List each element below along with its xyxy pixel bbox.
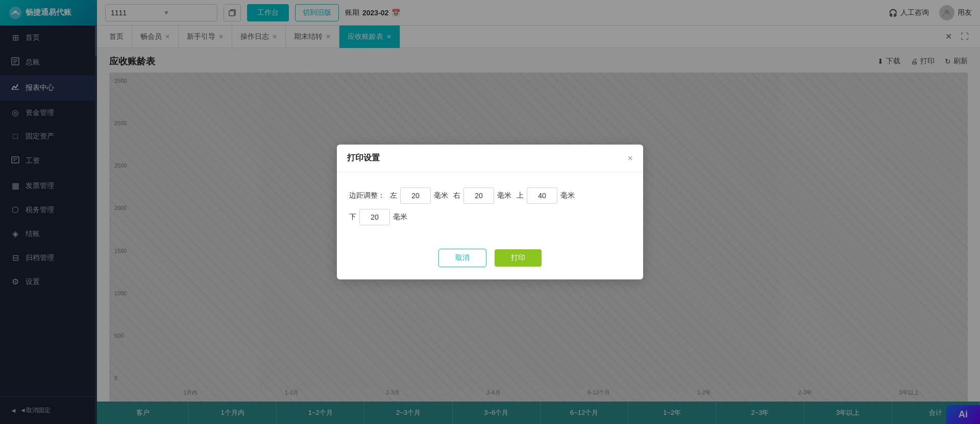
bottom-dir-label: 下 xyxy=(349,213,356,222)
modal-body: 边距调整： 左 毫米 右 毫米 上 毫米 下 xyxy=(337,172,643,241)
left-dir-label: 左 xyxy=(390,191,397,200)
bottom-unit: 毫米 xyxy=(393,213,407,222)
margin-label: 边距调整： xyxy=(349,191,385,200)
bottom-margin-input[interactable] xyxy=(359,209,390,225)
print-settings-dialog: 打印设置 × 边距调整： 左 毫米 右 毫米 上 毫米 xyxy=(337,145,643,279)
top-margin-input[interactable] xyxy=(527,187,557,204)
left-margin-input[interactable] xyxy=(400,187,431,204)
left-unit: 毫米 xyxy=(434,191,448,200)
left-margin-group: 左 毫米 xyxy=(390,187,448,204)
confirm-print-button[interactable]: 打印 xyxy=(495,249,542,267)
top-unit: 毫米 xyxy=(560,191,575,200)
cancel-button[interactable]: 取消 xyxy=(438,249,486,267)
modal-title: 打印设置 xyxy=(347,153,380,163)
right-dir-label: 右 xyxy=(453,191,460,200)
modal-close-button[interactable]: × xyxy=(627,154,633,163)
right-unit: 毫米 xyxy=(497,191,511,200)
top-margin-group: 上 毫米 xyxy=(517,187,575,204)
top-dir-label: 上 xyxy=(517,191,524,200)
modal-overlay: 打印设置 × 边距调整： 左 毫米 右 毫米 上 毫米 xyxy=(0,0,980,424)
bottom-margin-group: 下 毫米 xyxy=(349,209,407,225)
modal-header: 打印设置 × xyxy=(337,145,643,172)
right-margin-group: 右 毫米 xyxy=(453,187,511,204)
margin-form-row: 边距调整： 左 毫米 右 毫米 上 毫米 下 xyxy=(349,187,631,225)
right-margin-input[interactable] xyxy=(463,187,494,204)
modal-footer: 取消 打印 xyxy=(337,241,643,279)
